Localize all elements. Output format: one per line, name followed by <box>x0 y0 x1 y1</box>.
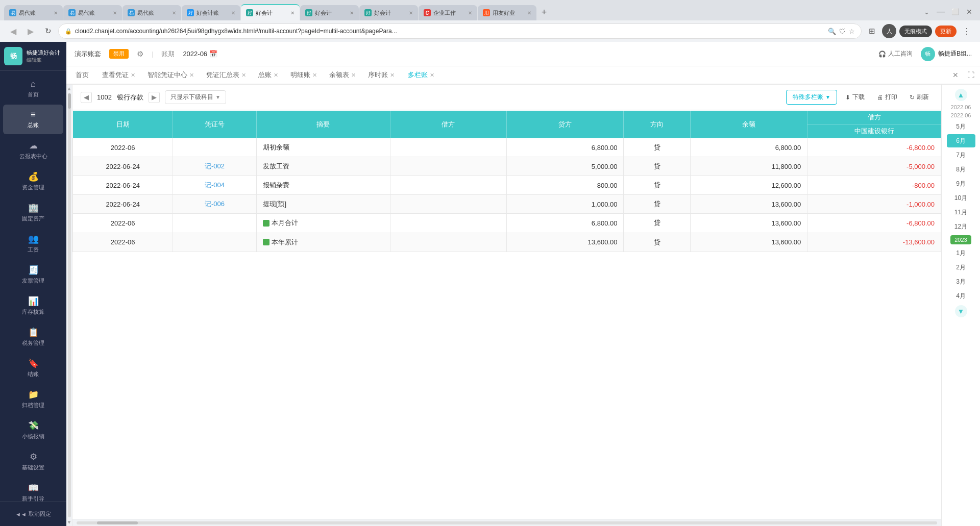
consult-button[interactable]: 🎧 人工咨询 <box>878 49 913 58</box>
sidebar-item-inventory[interactable]: 📊 库存核算 <box>3 291 63 321</box>
tab-home[interactable]: 首页 <box>68 66 96 85</box>
user-menu-button[interactable]: 畅 畅捷通B组... <box>921 47 972 61</box>
sub-account-filter[interactable]: 只显示下级科目 ▼ <box>165 90 226 104</box>
browser-tab-3[interactable]: 易 易代账 ✕ <box>122 5 181 20</box>
tab-9-close[interactable]: ✕ <box>527 10 531 16</box>
sidebar-item-funds[interactable]: 💰 资金管理 <box>3 166 63 196</box>
scroll-up-arrow[interactable]: ▲ <box>955 89 967 101</box>
reload-button[interactable]: ↻ <box>41 24 55 38</box>
new-tab-button[interactable]: + <box>537 5 551 19</box>
browser-tab-6[interactable]: 好 好会计 ✕ <box>300 5 359 20</box>
browser-tab-8[interactable]: C 企业工作 ✕ <box>419 5 477 20</box>
close-tab-multi-col[interactable]: ✕ <box>430 72 434 79</box>
tab-3-close[interactable]: ✕ <box>172 10 176 16</box>
user-profile-button[interactable]: 人 <box>882 24 896 38</box>
multi-col-btn[interactable]: 特殊多栏账 ▼ <box>786 90 837 105</box>
tab-4-close[interactable]: ✕ <box>231 10 235 16</box>
month-item-nov[interactable]: 11月 <box>947 206 975 219</box>
prev-account-button[interactable]: ◀ <box>81 92 92 103</box>
extension-button[interactable]: ⊞ <box>865 24 879 38</box>
sidebar-item-archive[interactable]: 📁 归档管理 <box>3 384 63 414</box>
tab-journal[interactable]: 序时账 ✕ <box>362 66 401 85</box>
tab-balance[interactable]: 余额表 ✕ <box>323 66 362 85</box>
sidebar-item-general-ledger[interactable]: ≡ 总账 <box>3 105 63 134</box>
tab-5-close[interactable]: ✕ <box>290 10 295 16</box>
tab-2-close[interactable]: ✕ <box>113 10 117 16</box>
browser-tab-5[interactable]: 好 好会计 ✕ <box>241 4 300 20</box>
close-tab-balance[interactable]: ✕ <box>351 72 356 79</box>
next-account-button[interactable]: ▶ <box>149 92 160 103</box>
month-item-dec[interactable]: 12月 <box>947 220 975 233</box>
sidebar-item-expense[interactable]: 💸 小畅报销 <box>3 415 63 445</box>
sidebar-item-invoice[interactable]: 🧾 发票管理 <box>3 260 63 290</box>
close-window-button[interactable]: ✕ <box>963 5 976 18</box>
address-bar[interactable]: 🔒 cloud2.chanjet.com/accounting/uh26t264… <box>58 23 862 39</box>
collapse-button[interactable]: ◄◄ 取消固定 <box>3 506 63 522</box>
month-item-apr[interactable]: 4月 <box>947 289 975 303</box>
close-tab-smart-voucher[interactable]: ✕ <box>189 72 194 79</box>
tab-smart-voucher[interactable]: 智能凭证中心 ✕ <box>141 66 200 85</box>
close-tab-detail-ledger[interactable]: ✕ <box>312 72 317 79</box>
close-tab-voucher-summary[interactable]: ✕ <box>241 72 246 79</box>
back-button[interactable]: ◀ <box>6 24 20 38</box>
close-tab-general-ledger[interactable]: ✕ <box>274 72 278 79</box>
collapse-tab-button[interactable]: ✕ <box>948 68 963 82</box>
tab-1-close[interactable]: ✕ <box>54 10 58 16</box>
month-item-jun[interactable]: 6月 <box>947 134 975 147</box>
cell-voucher[interactable]: 记-002 <box>173 157 257 176</box>
month-item-oct[interactable]: 10月 <box>947 191 975 205</box>
update-btn[interactable]: 更新 <box>935 26 957 37</box>
sidebar-item-guide[interactable]: 📖 新手引导 <box>3 478 63 502</box>
panel-toggle[interactable]: ▶ <box>941 146 942 160</box>
tab-voucher-summary[interactable]: 凭证汇总表 ✕ <box>200 66 252 85</box>
tab-detail-ledger[interactable]: 明细账 ✕ <box>284 66 323 85</box>
star-icon[interactable]: ☆ <box>849 28 855 35</box>
scroll-down-arrow[interactable]: ▼ <box>955 305 967 317</box>
forward-button[interactable]: ▶ <box>23 24 38 38</box>
minimize-button[interactable]: — <box>934 5 947 18</box>
tab-view-voucher[interactable]: 查看凭证 ✕ <box>96 66 141 85</box>
cell-voucher[interactable]: 记-006 <box>173 195 257 214</box>
print-button[interactable]: 🖨 打印 <box>873 91 901 104</box>
browser-tab-2[interactable]: 易 易代账 ✕ <box>63 5 122 20</box>
month-item-jan[interactable]: 1月 <box>947 246 975 260</box>
download-button[interactable]: ⬇ 下载 <box>841 91 869 104</box>
maximize-button[interactable]: ⬜ <box>948 5 962 18</box>
month-item-mar[interactable]: 3月 <box>947 275 975 288</box>
month-item-sep[interactable]: 9月 <box>947 177 975 190</box>
month-item-may[interactable]: 5月 <box>947 120 975 133</box>
tab-6-close[interactable]: ✕ <box>350 10 354 16</box>
expand-tab-button[interactable]: ⛶ <box>964 68 978 82</box>
sidebar-item-home[interactable]: ⌂ 首页 <box>3 74 63 104</box>
browser-tab-7[interactable]: 好 好会计 ✕ <box>359 5 418 20</box>
refresh-button[interactable]: ↻ 刷新 <box>905 91 933 104</box>
sidebar-item-tax[interactable]: 📋 税务管理 <box>3 322 63 352</box>
tab-list-button[interactable]: ⌄ <box>920 5 933 18</box>
vert-scroll-up[interactable]: ▲ <box>66 85 72 92</box>
tab-general-ledger[interactable]: 总账 ✕ <box>252 66 284 85</box>
sidebar-item-close-period[interactable]: 🔖 结账 <box>3 353 63 383</box>
month-item-feb[interactable]: 2月 <box>947 261 975 274</box>
sidebar-item-cloud-report[interactable]: ☁ 云报表中心 <box>3 135 63 165</box>
browser-tab-4[interactable]: 好 好会计账 ✕ <box>182 5 240 20</box>
browser-tab-1[interactable]: 易 易代账 ✕ <box>4 5 63 20</box>
sidebar-item-settings[interactable]: ⚙ 基础设置 <box>3 446 63 477</box>
year-2023-badge[interactable]: 2023 <box>950 235 971 244</box>
vert-scroll-down[interactable]: ▼ <box>66 518 72 526</box>
tab-multi-col[interactable]: 多栏账 ✕ <box>401 66 442 85</box>
vert-thumb[interactable] <box>68 93 71 109</box>
menu-button[interactable]: ⋮ <box>960 24 974 38</box>
scroll-thumb[interactable] <box>97 521 138 524</box>
no-trace-btn[interactable]: 无痕模式 <box>899 26 932 37</box>
tab-7-close[interactable]: ✕ <box>409 10 413 16</box>
tab-8-close[interactable]: ✕ <box>468 10 472 16</box>
close-tab-journal[interactable]: ✕ <box>390 72 395 79</box>
sidebar-item-fixed-assets[interactable]: 🏢 固定资产 <box>3 197 63 228</box>
sidebar-item-payroll[interactable]: 👥 工资 <box>3 229 63 259</box>
scroll-track[interactable] <box>77 521 937 524</box>
settings-gear-icon[interactable]: ⚙ <box>137 49 143 59</box>
browser-tab-9[interactable]: 用 用友好业 ✕ <box>478 5 536 20</box>
month-item-aug[interactable]: 8月 <box>947 163 975 176</box>
month-item-jul[interactable]: 7月 <box>947 148 975 162</box>
cell-voucher[interactable]: 记-004 <box>173 176 257 195</box>
